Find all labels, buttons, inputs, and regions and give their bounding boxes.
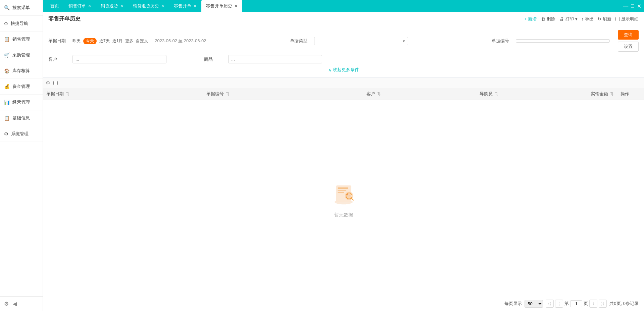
- sidebar-item-operations[interactable]: 📊 经营管理: [0, 95, 43, 110]
- collapse-sidebar-icon[interactable]: ◀: [13, 301, 17, 307]
- tab-sales-return-label: 销货退货: [101, 3, 118, 9]
- show-detail-checkbox[interactable]: 显示明细: [615, 16, 639, 22]
- next-page-button[interactable]: ⟩: [589, 300, 597, 308]
- export-button[interactable]: ↑ 导出: [582, 16, 594, 22]
- print-label: 打印: [565, 16, 574, 22]
- tab-sales-return[interactable]: 销货退货 ✕: [96, 0, 128, 12]
- query-button[interactable]: 查询: [618, 30, 639, 40]
- col-amount[interactable]: 实销金额 ⇅: [577, 88, 617, 100]
- empty-text: 暂无数据: [334, 212, 353, 218]
- close-icon[interactable]: ✕: [193, 4, 197, 8]
- per-page-label: 每页显示: [504, 301, 522, 307]
- col-customer[interactable]: 客户 ⇅: [363, 88, 476, 100]
- type-select[interactable]: ▾: [314, 37, 408, 45]
- window-minimize-icon[interactable]: —: [623, 3, 628, 9]
- number-input[interactable]: [516, 39, 610, 43]
- sidebar-item-basic-info[interactable]: 📋 基础信息: [0, 110, 43, 126]
- show-detail-label: 显示明细: [621, 16, 639, 22]
- purchase-icon: 🛒: [4, 52, 10, 58]
- tab-sales-return-history-label: 销货退货历史: [133, 3, 159, 9]
- goods-label: 商品: [204, 56, 223, 62]
- pagination: 每页显示 50 20 100 ⟨⟨ ⟨ 第 页 ⟩ ⟩⟩ 共0页, 0条记录: [43, 296, 644, 311]
- customer-input[interactable]: ...: [72, 55, 166, 63]
- col-date[interactable]: 单据日期 ⇅: [43, 88, 203, 100]
- svg-rect-4: [338, 192, 344, 193]
- sort-icon: ⇅: [495, 91, 498, 96]
- svg-point-9: [348, 196, 349, 197]
- filter-row-1: 单据日期 昨天 今天 近7天 近1月 更多 自定义 2023-06-02 至 2…: [48, 30, 639, 52]
- filter-row-2: 客户 ... 商品 ...: [48, 55, 639, 63]
- table-settings-icon[interactable]: ⚙: [46, 80, 50, 86]
- tab-bar: 首页 销售订单 ✕ 销货退货 ✕ 销货退货历史 ✕ 零售开单 ✕ 零售开单历史 …: [43, 0, 644, 12]
- page-label-pre: 第: [564, 301, 569, 307]
- sidebar-item-quick-nav[interactable]: ⊙ 快捷导航: [0, 16, 43, 32]
- custom-shortcut[interactable]: 自定义: [136, 38, 148, 44]
- window-maximize-icon[interactable]: □: [631, 3, 634, 9]
- basic-info-icon: 📋: [4, 115, 10, 121]
- setting-button[interactable]: 设置: [618, 42, 639, 52]
- tab-retail-open-label: 零售开单: [174, 3, 191, 9]
- print-button[interactable]: 🖨 打印 ▾: [559, 16, 578, 22]
- select-all-checkbox[interactable]: [53, 81, 58, 85]
- settings-icon[interactable]: ⚙: [4, 301, 9, 307]
- refresh-icon: ↻: [598, 16, 601, 21]
- number-label: 单据编号: [492, 38, 510, 44]
- sidebar-item-sales-mgmt[interactable]: 📋 销售管理: [0, 32, 43, 47]
- sales-icon: 📋: [4, 37, 10, 42]
- customer-label: 客户: [48, 56, 67, 62]
- svg-rect-3: [338, 190, 346, 191]
- last7-shortcut[interactable]: 近7天: [99, 38, 110, 44]
- close-icon[interactable]: ✕: [88, 4, 91, 8]
- goods-placeholder: ...: [231, 57, 235, 62]
- tab-sales-order-label: 销售订单: [68, 3, 86, 9]
- collapse-up-icon: ∧: [328, 67, 332, 72]
- tab-retail-open[interactable]: 零售开单 ✕: [169, 0, 201, 12]
- svg-rect-2: [338, 188, 348, 189]
- empty-illustration: [329, 178, 359, 208]
- add-button[interactable]: + 新增: [524, 16, 537, 22]
- page-input[interactable]: [570, 300, 582, 307]
- type-dropdown-icon: ▾: [403, 39, 405, 44]
- close-icon[interactable]: ✕: [120, 4, 123, 8]
- close-icon[interactable]: ✕: [234, 4, 238, 8]
- sidebar-item-label: 库存核算: [12, 68, 30, 74]
- sidebar-item-label: 采购管理: [12, 52, 30, 58]
- sidebar-item-inventory[interactable]: 🏠 库存核算: [0, 63, 43, 79]
- last-page-button[interactable]: ⟩⟩: [599, 300, 607, 308]
- sidebar-item-label: 快捷导航: [11, 20, 28, 27]
- show-detail-input[interactable]: [615, 17, 620, 21]
- refresh-button[interactable]: ↻ 刷新: [598, 16, 611, 22]
- operations-icon: 📊: [4, 100, 10, 105]
- yesterday-shortcut[interactable]: 昨天: [72, 38, 81, 44]
- page-size-select[interactable]: 50 20 100: [525, 300, 543, 308]
- close-icon[interactable]: ✕: [161, 4, 164, 8]
- sidebar-item-sys-mgmt[interactable]: ⚙ 系统管理: [0, 126, 43, 142]
- page-header: 零售开单历史 + 新增 🗑 删除 🖨 打印 ▾ ↑ 导出 ↻ 刷新: [43, 12, 644, 26]
- window-close-icon[interactable]: ✕: [637, 3, 641, 9]
- sidebar-item-label: 经营管理: [12, 99, 30, 105]
- add-label: + 新增: [524, 16, 537, 22]
- today-shortcut[interactable]: 今天: [83, 38, 97, 44]
- tab-sales-return-history[interactable]: 销货退货历史 ✕: [128, 0, 169, 12]
- first-page-button[interactable]: ⟨⟨: [546, 300, 554, 308]
- table-toolbar: ⚙: [43, 78, 644, 88]
- tab-sales-order[interactable]: 销售订单 ✕: [64, 0, 96, 12]
- more-shortcut[interactable]: 更多: [125, 38, 133, 44]
- prev-page-button[interactable]: ⟨: [555, 300, 563, 308]
- tab-home[interactable]: 首页: [46, 0, 64, 12]
- goods-input[interactable]: ...: [228, 55, 322, 63]
- date-range-display: 2023-06-02 至 2023-06-02: [155, 38, 206, 44]
- sidebar-item-finance[interactable]: 💰 资金管理: [0, 79, 43, 95]
- collapse-button[interactable]: ∧ 收起更多条件: [48, 67, 639, 73]
- col-number[interactable]: 单据编号 ⇅: [203, 88, 363, 100]
- finance-icon: 💰: [4, 84, 10, 89]
- last-month-shortcut[interactable]: 近1月: [112, 38, 123, 44]
- tab-retail-open-history[interactable]: 零售开单历史 ✕: [201, 0, 242, 12]
- sidebar-item-label: 销售管理: [12, 36, 30, 42]
- empty-state: 暂无数据: [43, 100, 644, 296]
- sidebar-search[interactable]: 🔍 搜索采单: [0, 0, 43, 16]
- sidebar-footer: ⚙ ◀: [0, 296, 43, 311]
- sidebar-item-purchase-mgmt[interactable]: 🛒 采购管理: [0, 47, 43, 63]
- col-guide[interactable]: 导购员 ⇅: [476, 88, 577, 100]
- delete-button[interactable]: 🗑 删除: [541, 16, 555, 22]
